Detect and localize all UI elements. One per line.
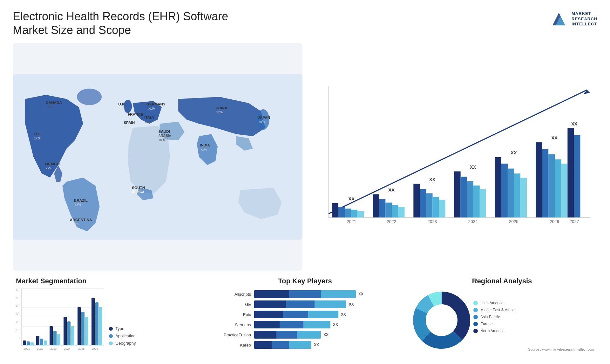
y-label-0: 0 — [16, 336, 19, 340]
svg-text:ARABIA: ARABIA — [159, 134, 172, 138]
us-label: U.S. — [34, 132, 42, 136]
seg-bar-2021-app — [27, 341, 30, 345]
seg-bar-2024-app — [67, 321, 71, 345]
svg-rect-30 — [351, 210, 357, 218]
legend-middle-east-africa: Middle East & Africa — [473, 308, 514, 312]
svg-rect-48 — [454, 172, 461, 218]
svg-text:xx%: xx% — [125, 125, 131, 129]
svg-marker-24 — [584, 90, 590, 94]
y-label-40: 40 — [16, 304, 19, 308]
svg-text:xx%: xx% — [133, 195, 139, 198]
svg-rect-36 — [385, 203, 392, 218]
player-practicefusion-bar — [254, 331, 321, 339]
north-america-dot — [473, 329, 478, 333]
y-label-10: 10 — [16, 328, 19, 332]
svg-rect-37 — [392, 205, 398, 218]
player-siemens-bar-container: XX — [254, 321, 397, 328]
player-kareo-bar-container: XX — [254, 341, 397, 349]
seg-bar-2025-type — [78, 307, 81, 345]
svg-rect-64 — [548, 154, 555, 217]
mexico-label: MEXICO — [45, 162, 60, 166]
svg-rect-70 — [574, 135, 580, 218]
svg-rect-41 — [413, 184, 420, 218]
svg-text:2024: 2024 — [468, 219, 478, 224]
uk-label: U.K. — [118, 102, 125, 106]
seg-bar-2026-type — [92, 298, 95, 345]
players-list: Allscripts XX GE — [213, 290, 397, 349]
svg-text:xx%: xx% — [129, 117, 135, 120]
europe-label: Europe — [480, 322, 493, 326]
player-practicefusion-bar-container: XX — [254, 331, 397, 339]
practicefusion-seg2 — [276, 331, 297, 339]
svg-text:XX: XX — [551, 136, 558, 141]
svg-rect-49 — [461, 177, 467, 218]
legend-application-dot — [109, 334, 113, 338]
top-players-section: Top Key Players Allscripts XX — [210, 274, 400, 354]
seg-bar-2021-geo — [30, 342, 34, 345]
player-epic-bar — [254, 311, 338, 318]
latin-america-dot — [473, 301, 478, 305]
allscripts-seg1 — [254, 290, 289, 298]
player-allscripts-bar — [254, 290, 356, 298]
mea-dot — [473, 308, 478, 312]
bar-chart-section: 2021 XX 2022 XX 2023 XX — [308, 43, 597, 271]
players-title: Top Key Players — [213, 277, 397, 285]
logo-area: MARKET RESEARCH INTELLECT — [549, 10, 597, 29]
svg-rect-69 — [567, 128, 574, 218]
siemens-seg2 — [280, 321, 303, 328]
seg-bar-2021-type — [23, 340, 26, 345]
svg-rect-31 — [357, 211, 364, 218]
player-row-kareo: Kareo XX — [213, 341, 397, 349]
svg-rect-50 — [467, 181, 473, 218]
y-label-20: 20 — [16, 320, 19, 324]
svg-rect-34 — [373, 194, 379, 217]
world-map-section: CANADA xx% U.S. xx% MEXICO xx% BRAZIL xx… — [13, 43, 302, 271]
svg-rect-57 — [508, 169, 514, 218]
legend-type-dot — [109, 327, 113, 331]
apac-label: Asia Pacific — [480, 315, 500, 319]
player-kareo-name: Kareo — [213, 343, 251, 347]
seg-bar-2023-type — [50, 326, 53, 345]
svg-text:xx%: xx% — [119, 107, 125, 111]
seg-bar-2025-geo — [85, 317, 88, 345]
epic-seg3 — [308, 311, 338, 318]
kareo-seg1 — [254, 341, 272, 349]
seg-bar-2022-type — [36, 336, 39, 345]
svg-rect-38 — [398, 207, 404, 217]
svg-text:XX: XX — [571, 121, 578, 126]
seg-bar-2025-app — [81, 312, 85, 345]
svg-text:xx%: xx% — [259, 120, 265, 124]
seg-bar-2024-geo — [71, 326, 74, 345]
svg-text:XX: XX — [429, 177, 436, 182]
svg-text:xx%: xx% — [200, 148, 207, 152]
japan-label: JAPAN — [258, 115, 270, 119]
regional-analysis-section: Regional Analysis — [407, 274, 597, 354]
svg-rect-29 — [345, 209, 351, 218]
svg-rect-62 — [536, 143, 542, 218]
brazil-label: BRAZIL — [74, 198, 88, 202]
bar-chart-svg: 2021 XX 2022 XX 2023 XX — [311, 46, 594, 261]
epic-seg1 — [254, 311, 283, 318]
svg-rect-52 — [480, 189, 486, 218]
svg-rect-27 — [332, 203, 338, 218]
legend-application: Application — [109, 334, 136, 338]
practicefusion-seg3 — [297, 331, 321, 339]
legend-application-label: Application — [115, 334, 136, 338]
svg-text:2022: 2022 — [387, 219, 396, 224]
regional-content: Latin America Middle East & Africa Asia … — [410, 288, 594, 346]
siemens-seg3 — [303, 321, 330, 328]
legend-type: Type — [109, 326, 136, 331]
svg-rect-55 — [495, 157, 501, 218]
siemens-seg1 — [254, 321, 280, 328]
svg-point-78 — [426, 305, 457, 335]
legend-latin-america: Latin America — [473, 301, 514, 305]
page-title: Electronic Health Records (EHR) Software… — [13, 10, 235, 37]
segmentation-title: Market Segmentation — [16, 277, 200, 285]
legend-europe: Europe — [473, 322, 514, 326]
regional-title: Regional Analysis — [410, 277, 594, 285]
kareo-xx: XX — [314, 343, 319, 347]
latin-america-label: Latin America — [480, 301, 504, 305]
legend-asia-pacific: Asia Pacific — [473, 315, 514, 319]
svg-text:2026: 2026 — [550, 219, 559, 224]
player-ge-bar — [254, 300, 346, 308]
